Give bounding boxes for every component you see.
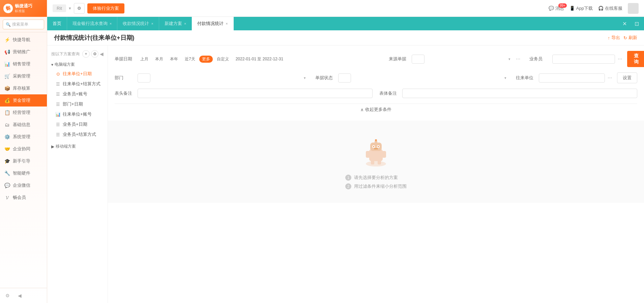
source-select[interactable] [412, 55, 425, 64]
sidebar-item-guide[interactable]: 🎓 新手引导 [0, 155, 47, 167]
collapse-scheme-panel-button[interactable]: ◀ [100, 50, 104, 58]
svg-rect-6 [370, 143, 382, 151]
sidebar-item-collab[interactable]: 🤝 企业协同 [0, 143, 47, 155]
svg-rect-5 [378, 159, 381, 164]
online-service-button[interactable]: 🎧 在线客服 [598, 5, 622, 11]
page-header-actions: ↑ 导出 ↻ 刷新 [608, 35, 638, 41]
sidebar-item-weixin[interactable]: 💬 企业微信 [0, 179, 47, 191]
search-icon: 🔍 [6, 22, 11, 27]
doc-status-field: 单据状态 ▾ [315, 73, 509, 83]
head-note-input[interactable] [138, 89, 373, 98]
tab-cash-flow[interactable]: 现金银行流水查询 × [67, 17, 117, 30]
more-dates-btn[interactable]: 更多 [199, 56, 213, 63]
add-scheme-button[interactable]: + [82, 50, 90, 58]
notifications-button[interactable]: 💬 消息 99+ [549, 5, 564, 11]
mobile-schemes-group: ▶ 移动端方案 [47, 142, 108, 153]
settings-footer-button[interactable]: ⚙ [3, 291, 12, 300]
main-content: 按以下方案查询 + ⚙ ◀ ▾ 电脑端方案 ⊙ 往来单位+日期 [47, 46, 644, 303]
refresh-button[interactable]: ↻ 刷新 [623, 35, 637, 41]
date-shortcuts: 上月 本月 本年 近7天 更多 自定义 2022-01-01 至 2022-12… [138, 55, 283, 63]
sidebar-item-quick-nav[interactable]: ⚡ 快捷导航 [0, 34, 47, 46]
tab-collection[interactable]: 收款情况统计 × [117, 17, 159, 30]
settings-scheme-button[interactable]: ⚙ [91, 50, 98, 58]
sidebar-item-smart-hw[interactable]: 🔧 智能硬件 [0, 167, 47, 179]
refresh-icon: ↻ [623, 35, 627, 40]
this-year-btn[interactable]: 本年 [167, 55, 181, 63]
tab-new-scheme[interactable]: 新建方案 × [159, 17, 192, 30]
app-download-button[interactable]: 📱 App下载 [569, 5, 593, 11]
topbar: Rit ▾ ⚙ 体验行业方案 💬 消息 99+ 📱 App下载 🎧 在线客服 [47, 0, 644, 17]
search-menu-button[interactable]: 🔍 搜索菜单 [3, 20, 44, 29]
scheme-icon: ☰ [55, 91, 61, 97]
mobile-group-arrow-icon: ▶ [51, 144, 54, 149]
close-cash-flow-tab-icon[interactable]: × [110, 22, 112, 26]
sales-icon: 📊 [4, 61, 10, 67]
last-7days-btn[interactable]: 近7天 [182, 55, 198, 63]
filter-row-1: 单据日期 上月 本月 本年 近7天 更多 自定义 2022-01-01 至 20… [115, 51, 637, 67]
close-new-scheme-tab-icon[interactable]: × [184, 22, 186, 26]
sidebar-item-label: 企业微信 [13, 182, 30, 188]
staff-input[interactable] [552, 55, 615, 64]
collapse-more-btn[interactable]: ∧ 收起更多条件 [115, 103, 637, 115]
staff-dots[interactable]: ··· [618, 56, 624, 62]
scheme-item-staff-settle[interactable]: ☰ 业务员+结算方式 [47, 129, 108, 140]
desktop-group-title[interactable]: ▾ 电脑端方案 [47, 60, 108, 69]
doc-status-select[interactable] [338, 73, 351, 83]
close-collection-tab-icon[interactable]: × [151, 22, 153, 26]
scheme-item-unit-date[interactable]: ⊙ 往来单位+日期 [47, 69, 108, 79]
workspace-name: Rit [53, 4, 66, 12]
tip-num-2: 2 [345, 183, 351, 189]
counterparty-dots[interactable]: ··· [608, 75, 614, 81]
scheme-icon: ☰ [55, 132, 61, 137]
sidebar-item-system[interactable]: ⚙️ 系统管理 [0, 131, 47, 143]
sidebar-item-operation[interactable]: 📋 经营管理 [0, 107, 47, 119]
close-all-tabs-button[interactable]: ✕ [620, 19, 629, 28]
scheme-item-staff-date[interactable]: ☰ 业务员+日期 [47, 119, 108, 129]
doc-status-label: 单据状态 [315, 75, 335, 81]
source-dots[interactable]: ··· [516, 56, 523, 62]
topbar-settings-button[interactable]: ⚙ [74, 3, 85, 14]
query-button[interactable]: 查询 [627, 51, 644, 67]
tabbar: 首页 现金银行流水查询 × 收款情况统计 × 新建方案 × 付款情况统计 × ✕… [47, 17, 644, 30]
sidebar-item-vip[interactable]: 𝓥 畅会员 [0, 191, 47, 204]
sidebar-item-inventory[interactable]: 📦 库存核算 [0, 82, 47, 94]
source-chevron-icon: ▾ [508, 57, 510, 61]
sidebar-item-finance[interactable]: 💰 资金管理 [0, 94, 47, 107]
scheme-item-unit-account[interactable]: 📊 往来单位+账号 [47, 109, 108, 119]
sidebar-item-basic-info[interactable]: 🗂 基础信息 [0, 119, 47, 131]
scheme-item-staff-account[interactable]: ☰ 业务员+账号 [47, 89, 108, 99]
scheme-item-unit-settle[interactable]: ☰ 往来单位+结算方式 [47, 79, 108, 89]
staff-label: 业务员 [529, 56, 550, 62]
filter-settings-button[interactable]: 设置 [617, 72, 637, 83]
scheme-item-dept-date[interactable]: ☰ 部门+日期 [47, 99, 108, 109]
logo-icon: 畅 [3, 4, 13, 13]
sidebar-item-label: 系统管理 [13, 134, 30, 140]
this-month-btn[interactable]: 本月 [152, 55, 166, 63]
mobile-group-title[interactable]: ▶ 移动端方案 [47, 142, 108, 151]
inventory-icon: 📦 [4, 85, 10, 91]
collapse-sidebar-button[interactable]: ◀ [15, 291, 24, 300]
tab-home[interactable]: 首页 [47, 17, 67, 30]
trial-button[interactable]: 体验行业方案 [87, 3, 124, 13]
svg-rect-11 [374, 148, 378, 149]
dept-select[interactable] [138, 73, 150, 83]
counterparty-field: 往来单位 ··· 设置 [516, 72, 637, 83]
user-avatar[interactable] [628, 3, 639, 14]
maximize-button[interactable]: ⊡ [632, 19, 641, 28]
empty-tip-2: 2 用过滤条件来缩小分析范围 [345, 183, 407, 189]
page-header: 付款情况统计(往来单位+日期) ↑ 导出 ↻ 刷新 [47, 30, 644, 46]
system-icon: ⚙️ [4, 134, 10, 140]
workspace-chevron-icon[interactable]: ▾ [69, 6, 71, 11]
body-note-input[interactable] [402, 89, 637, 98]
export-button[interactable]: ↑ 导出 [608, 35, 620, 41]
sidebar-item-purchase[interactable]: 🛒 采购管理 [0, 70, 47, 82]
sidebar-item-sales[interactable]: 📊 销售管理 [0, 58, 47, 70]
custom-date-btn[interactable]: 自定义 [214, 55, 232, 63]
service-icon: 🎧 [598, 6, 604, 11]
sidebar-item-label: 销售管理 [13, 61, 30, 67]
counterparty-input[interactable] [539, 73, 605, 83]
last-month-btn[interactable]: 上月 [138, 55, 151, 63]
close-payment-stat-tab-icon[interactable]: × [226, 22, 228, 26]
sidebar-item-marketing[interactable]: 📢 营销推广 [0, 46, 47, 58]
tab-payment-stat[interactable]: 付款情况统计 × [192, 17, 233, 30]
